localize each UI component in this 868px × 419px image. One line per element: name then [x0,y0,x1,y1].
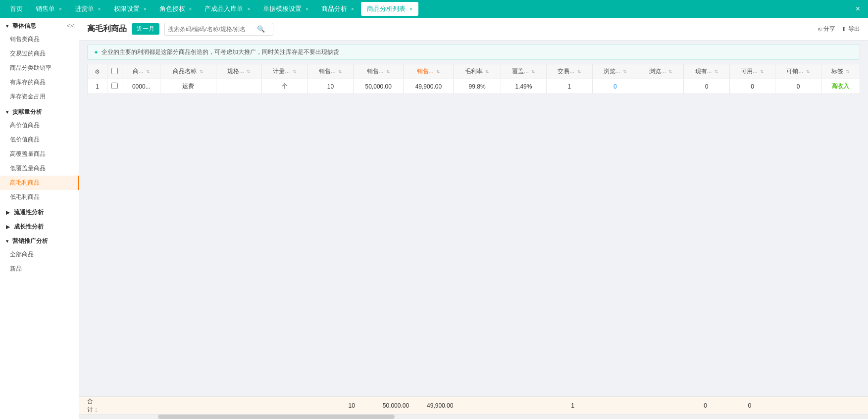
th-sellable[interactable]: 可销... ⇅ [775,64,821,79]
th-trade[interactable]: 交易... ⇅ [547,64,592,79]
th-unit[interactable]: 计量... ⇅ [262,64,307,79]
th-code[interactable]: 商... ⇅ [122,64,160,79]
row-col4: 99.8% [454,79,501,94]
row-col7[interactable]: 0 [592,79,638,94]
sidebar-item-high-value[interactable]: 高价值商品 [0,118,79,133]
th-browse1[interactable]: 浏览... ⇅ [592,64,638,79]
sidebar-item-high-margin[interactable]: 高毛利商品 [0,176,79,190]
footer-col5 [507,402,551,409]
sidebar-group-marketing[interactable]: ▾ 营销推广分析 [0,233,79,247]
settings-icon[interactable]: ⚙ [95,68,100,75]
th-coverage[interactable]: 覆盖... ⇅ [501,64,546,79]
nav-home[interactable]: 首页 [4,4,29,13]
th-sales2[interactable]: 销售... ⇅ [354,64,404,79]
horizontal-scrollbar[interactable] [79,414,868,419]
nav-tab-purchase-close[interactable]: × [98,6,101,12]
sidebar-collapse-button[interactable]: << [67,22,75,30]
nav-tab-template-close[interactable]: × [306,6,308,12]
nav-tab-sales[interactable]: 销售单 × [30,2,68,16]
sort-icon-9[interactable]: ⇅ [531,69,535,74]
nav-tab-role-close[interactable]: × [189,6,192,12]
row-col5: 1.49% [501,79,546,94]
table-header-row: ⚙ 商... ⇅ 商品名称 ⇅ [88,64,860,79]
th-browse2[interactable]: 浏览... ⇅ [638,64,684,79]
search-box[interactable]: 🔍 [164,23,273,36]
footer-col1: 10 [330,402,374,409]
sort-icon-3[interactable]: ⇅ [247,69,251,74]
window-close-button[interactable]: × [852,4,864,13]
nav-tab-purchase[interactable]: 进货单 × [69,2,107,16]
sidebar-item-high-coverage[interactable]: 高覆盖量商品 [0,147,79,161]
browse-link[interactable]: 0 [613,83,617,90]
th-tag[interactable]: 标签 ⇅ [821,64,860,79]
nav-tab-template[interactable]: 单据模板设置 × [257,2,314,16]
footer-spacer3 [197,402,241,409]
sort-icon-15[interactable]: ⇅ [806,69,810,74]
sort-icon-12[interactable]: ⇅ [668,69,672,74]
th-spec[interactable]: 规格... ⇅ [216,64,261,79]
sidebar-item-all-goods[interactable]: 全部商品 [0,247,79,262]
sidebar-item-sales-goods[interactable]: 销售类商品 [0,32,79,47]
sidebar-item-inventory-fund[interactable]: 库存资金占用 [0,90,79,104]
scrollbar-thumb[interactable] [158,415,395,419]
sidebar-group-flow[interactable]: ▶ 流通性分析 [0,204,79,219]
sort-icon-8[interactable]: ⇅ [485,69,489,74]
footer-col11 [771,402,816,409]
th-margin[interactable]: 毛利率 ⇅ [454,64,501,79]
sidebar-item-traded-goods[interactable]: 交易过的商品 [0,47,79,61]
nav-tab-permission-close[interactable]: × [144,6,147,12]
th-sales3[interactable]: 销售... ⇅ [404,64,454,79]
row-checkbox[interactable] [111,83,118,89]
chevron-right-icon: ▶ [6,210,10,215]
th-stock2[interactable]: 可用... ⇅ [729,64,775,79]
share-button[interactable]: ⎋ 分享 [818,25,835,33]
th-stock1[interactable]: 现有... ⇅ [684,64,729,79]
sidebar-group-contribution[interactable]: ▾ 贡献量分析 [0,104,79,118]
sort-icon-5[interactable]: ⇅ [338,69,342,74]
table-container[interactable]: ⚙ 商... ⇅ 商品名称 ⇅ [79,64,868,396]
export-icon: ⬆ [841,26,846,33]
sidebar-group-growth[interactable]: ▶ 成长性分析 [0,219,79,233]
sort-icon-13[interactable]: ⇅ [715,69,718,74]
nav-tab-analysis[interactable]: 商品分析 × [315,2,360,16]
footer-col2: 50,000.00 [374,402,418,409]
sidebar-item-category-rate[interactable]: 商品分类助销率 [0,61,79,75]
nav-tab-product-in-close[interactable]: × [247,6,250,12]
sort-icon-7[interactable]: ⇅ [436,69,440,74]
select-all-checkbox[interactable] [111,68,118,74]
sidebar-item-inventory-goods[interactable]: 有库存的商品 [0,75,79,90]
footer-col3: 49,900.00 [418,402,462,409]
nav-tab-product-in[interactable]: 产成品入库单 × [199,2,256,16]
sidebar-item-low-coverage[interactable]: 低覆盖量商品 [0,161,79,176]
th-checkbox[interactable] [107,64,122,79]
sidebar-item-new-goods[interactable]: 新品 [0,262,79,276]
filter-recent-month-button[interactable]: 近一月 [132,23,159,35]
th-settings[interactable]: ⚙ [88,64,107,79]
sidebar-item-low-margin[interactable]: 低毛利商品 [0,190,79,204]
sort-icon-6[interactable]: ⇅ [386,69,390,74]
nav-tab-sales-close[interactable]: × [59,6,62,12]
sidebar-item-low-value[interactable]: 低价值商品 [0,133,79,147]
sort-icon-16[interactable]: ⇅ [846,69,850,74]
th-sales1[interactable]: 销售... ⇅ [307,64,353,79]
sort-icon-4[interactable]: ⇅ [293,69,297,74]
search-icon[interactable]: 🔍 [257,25,265,33]
search-input[interactable] [168,26,257,33]
row-checkbox-cell[interactable] [107,79,122,94]
data-table: ⚙ 商... ⇅ 商品名称 ⇅ [87,64,860,94]
sort-icon-10[interactable]: ⇅ [577,69,581,74]
sort-icon[interactable]: ⇅ [146,69,150,74]
nav-tab-permission[interactable]: 权限设置 × [108,2,153,16]
nav-tab-analysis-list[interactable]: 商品分析列表 × [361,2,418,16]
row-col1: 10 [307,79,353,94]
sort-icon-11[interactable]: ⇅ [623,69,627,74]
nav-tab-role[interactable]: 角色授权 × [153,2,198,16]
export-button[interactable]: ⬆ 导出 [841,25,860,33]
th-name[interactable]: 商品名称 ⇅ [160,64,216,79]
sort-icon-14[interactable]: ⇅ [760,69,764,74]
nav-tab-analysis-close[interactable]: × [351,6,354,12]
row-col11: 0 [775,79,821,94]
nav-tab-analysis-list-close[interactable]: × [409,6,412,12]
row-col8 [638,79,684,94]
sort-icon-2[interactable]: ⇅ [200,69,204,74]
